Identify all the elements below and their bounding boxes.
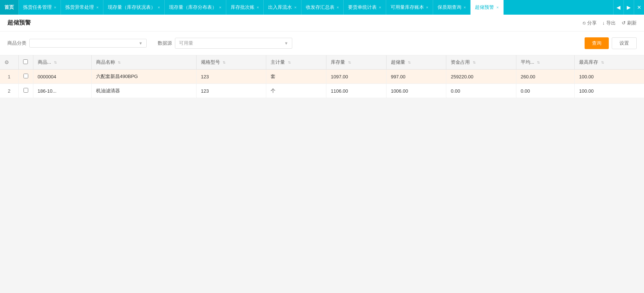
row-max-stock: 100.00: [575, 70, 644, 84]
col-product-name-label: 商品名称: [96, 59, 115, 65]
sort-capital-icon[interactable]: ⇅: [473, 60, 476, 64]
table-container: ⚙ 商品... ⇅ 商品名称 ⇅ 规格型号 ⇅ 主计量: [0, 55, 644, 98]
nav-inventory-dist-label: 现存量（库存分布表）: [169, 4, 217, 11]
select-all-checkbox[interactable]: [23, 59, 28, 64]
export-button[interactable]: ↓ 导出: [603, 20, 616, 26]
col-max-stock[interactable]: 最高库存 ⇅: [575, 55, 644, 70]
sort-max-stock-icon[interactable]: ⇅: [601, 60, 604, 64]
row-overstock: 1006.00: [386, 84, 446, 98]
nav-left-arrow[interactable]: ◀: [613, 0, 623, 15]
query-button[interactable]: 查询: [585, 37, 609, 49]
datasource-label: 数据源: [158, 40, 172, 47]
col-max-stock-label: 最高库存: [579, 59, 598, 65]
row-checkbox[interactable]: [23, 74, 28, 78]
nav-requisition[interactable]: 要货单统计表 ×: [344, 0, 386, 15]
sort-product-code-icon[interactable]: ⇅: [54, 60, 57, 64]
export-icon: ↓: [603, 20, 605, 26]
nav-batch-account-close[interactable]: ×: [257, 5, 259, 10]
nav-inventory-status-label: 现存量（库存状况表）: [108, 4, 155, 11]
refresh-button[interactable]: ↺ 刷新: [622, 20, 637, 26]
sort-stock-icon[interactable]: ⇅: [348, 60, 351, 64]
col-capital-label: 资金占用: [451, 59, 470, 65]
sort-overstock-icon[interactable]: ⇅: [408, 60, 411, 64]
nav-summary[interactable]: 收发存汇总表 ×: [301, 0, 344, 15]
nav-summary-close[interactable]: ×: [337, 5, 339, 10]
nav-available-ledger-close[interactable]: ×: [426, 5, 428, 10]
nav-overstock-warning-label: 超储预警: [475, 4, 494, 11]
sort-avg-icon[interactable]: ⇅: [537, 60, 540, 64]
row-stock: 1097.00: [326, 70, 386, 84]
row-avg: 0.00: [516, 84, 574, 98]
nav-pick-exception[interactable]: 拣货异常处理 ×: [61, 0, 103, 15]
nav-pick-exception-close[interactable]: ×: [96, 5, 98, 10]
col-product-code-label: 商品...: [38, 59, 51, 65]
nav-inventory-status-close[interactable]: ×: [158, 5, 160, 10]
table-row: 1 0000004 六配套新昌490BPG 123 套 1097.00 997.…: [0, 70, 644, 84]
col-checkbox: [18, 55, 33, 70]
row-unit: 个: [266, 84, 326, 98]
nav-in-out-flow-close[interactable]: ×: [294, 5, 296, 10]
col-product-name[interactable]: 商品名称 ⇅: [91, 55, 196, 70]
nav-requisition-close[interactable]: ×: [379, 5, 381, 10]
nav-batch-account[interactable]: 库存批次账 ×: [226, 0, 264, 15]
share-button[interactable]: ⎋ 分享: [583, 20, 597, 26]
nav-home-label: 首页: [4, 4, 14, 11]
nav-inventory-dist[interactable]: 现存量（库存分布表） ×: [165, 0, 226, 15]
row-product-code: 0000004: [33, 70, 91, 84]
filter-area: 商品分类 ▼ 数据源 可用量 ▼ 查询 设置: [0, 31, 644, 55]
nav-pick-task-close[interactable]: ×: [54, 5, 56, 10]
category-label: 商品分类: [7, 40, 26, 47]
col-overstock[interactable]: 超储量 ⇅: [386, 55, 446, 70]
col-product-code[interactable]: 商品... ⇅: [33, 55, 91, 70]
category-select[interactable]: ▼: [29, 39, 147, 48]
page-header: 超储预警 ⎋ 分享 ↓ 导出 ↺ 刷新: [0, 15, 644, 31]
settings-icon[interactable]: ⚙: [4, 59, 9, 65]
sort-product-name-icon[interactable]: ⇅: [118, 60, 121, 64]
nav-pick-task[interactable]: 拣货任务管理 ×: [19, 0, 61, 15]
col-capital[interactable]: 资金占用 ⇅: [446, 55, 516, 70]
nav-batch-account-label: 库存批次账: [231, 4, 255, 11]
nav-inventory-dist-close[interactable]: ×: [219, 5, 221, 10]
nav-available-ledger[interactable]: 可用量库存账本 ×: [386, 0, 433, 15]
nav-expiry-query-close[interactable]: ×: [464, 5, 466, 10]
col-unit[interactable]: 主计量 ⇅: [266, 55, 326, 70]
sort-unit-icon[interactable]: ⇅: [288, 60, 291, 64]
row-overstock: 997.00: [386, 70, 446, 84]
col-unit-label: 主计量: [271, 59, 285, 65]
table-row: 2 186-10... 机油滤清器 123 个 1106.00 1006.00 …: [0, 84, 644, 98]
col-stock[interactable]: 库存量 ⇅: [326, 55, 386, 70]
col-stock-label: 库存量: [331, 59, 345, 65]
datasource-select[interactable]: 可用量 ▼: [175, 38, 292, 49]
nav-inventory-status[interactable]: 现存量（库存状况表） ×: [103, 0, 165, 15]
nav-available-ledger-label: 可用量库存账本: [391, 4, 424, 11]
nav-expiry-query[interactable]: 保质期查询 ×: [433, 0, 471, 15]
category-filter-group: 商品分类 ▼: [7, 39, 147, 48]
refresh-icon: ↺: [622, 20, 626, 26]
nav-home[interactable]: 首页: [0, 0, 19, 15]
nav-overstock-warning[interactable]: 超储预警 ×: [471, 0, 503, 15]
refresh-label: 刷新: [627, 20, 637, 26]
nav-pick-exception-label: 拣货异常处理: [65, 4, 94, 11]
share-icon: ⎋: [583, 20, 586, 26]
data-table: ⚙ 商品... ⇅ 商品名称 ⇅ 规格型号 ⇅ 主计量: [0, 55, 644, 98]
nav-overstock-warning-close[interactable]: ×: [496, 5, 498, 10]
page-title: 超储预警: [7, 19, 31, 27]
nav-in-out-flow[interactable]: 出入库流水 ×: [264, 0, 301, 15]
row-product-name: 六配套新昌490BPG: [91, 70, 196, 84]
sort-spec-icon[interactable]: ⇅: [223, 60, 226, 64]
row-checkbox[interactable]: [23, 88, 28, 93]
table-body: 1 0000004 六配套新昌490BPG 123 套 1097.00 997.…: [0, 70, 644, 98]
setting-button[interactable]: 设置: [612, 37, 637, 49]
col-spec[interactable]: 规格型号 ⇅: [196, 55, 266, 70]
row-checkbox-cell: [18, 84, 33, 98]
nav-arrows: ◀ ▶ ✕: [613, 0, 644, 15]
nav-requisition-label: 要货单统计表: [348, 4, 377, 11]
row-checkbox-cell: [18, 70, 33, 84]
datasource-chevron-down-icon: ▼: [284, 41, 288, 45]
nav-bar: 首页 拣货任务管理 × 拣货异常处理 × 现存量（库存状况表） × 现存量（库存…: [0, 0, 644, 15]
col-avg[interactable]: 平均... ⇅: [516, 55, 574, 70]
row-avg: 260.00: [516, 70, 574, 84]
nav-close-all[interactable]: ✕: [634, 0, 644, 15]
share-label: 分享: [587, 20, 597, 26]
nav-right-arrow[interactable]: ▶: [623, 0, 634, 15]
